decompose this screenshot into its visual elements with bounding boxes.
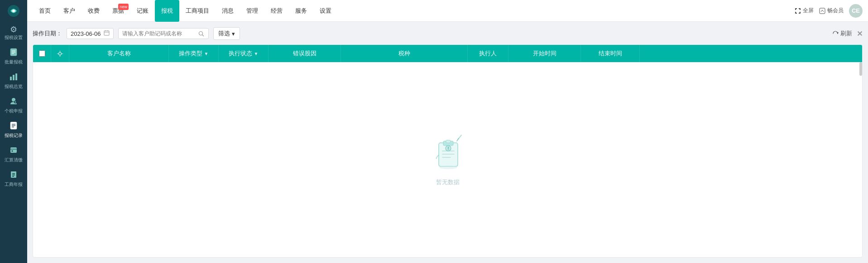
nav-services[interactable]: 服务 <box>289 0 313 22</box>
nav-customer[interactable]: 客户 <box>57 0 82 22</box>
nav-tax[interactable]: 报税 <box>155 0 179 22</box>
empty-text: 暂无数据 <box>436 178 460 186</box>
sidebar-item-batch-tax-label: 批量报税 <box>5 59 23 65</box>
settings-column-icon <box>57 50 63 57</box>
th-operation-type: 操作类型 ▼ <box>169 45 219 62</box>
tax-records-icon <box>9 121 18 132</box>
svg-rect-40 <box>446 140 451 143</box>
empty-state: 暂无数据 <box>430 133 466 186</box>
table-header: 客户名称 操作类型 ▼ 执行状态 ▼ 错误股因 税种 执行人 <box>33 45 862 62</box>
user-avatar[interactable]: CE <box>849 4 863 18</box>
sidebar-item-personal-tax[interactable]: 个税申报 <box>0 93 27 117</box>
settlement-icon <box>9 146 18 156</box>
scrollbar[interactable] <box>859 62 862 76</box>
svg-rect-23 <box>12 176 14 177</box>
member-icon <box>819 8 825 14</box>
topnav-right-section: 全屏 畅会员 CE <box>795 4 863 18</box>
svg-point-46 <box>448 149 449 150</box>
sidebar-logo <box>0 0 27 22</box>
close-button[interactable]: ✕ <box>857 29 863 38</box>
date-value: 2023-06-06 <box>71 30 101 37</box>
empty-state-illustration <box>430 133 466 174</box>
nav-business[interactable]: 工商项目 <box>179 0 216 22</box>
filter-label: 筛选 <box>218 29 230 38</box>
svg-point-31 <box>59 52 62 55</box>
svg-rect-7 <box>13 75 14 80</box>
svg-point-29 <box>199 31 202 35</box>
refresh-button[interactable]: 刷新 <box>832 29 852 38</box>
batch-tax-icon <box>9 48 18 58</box>
svg-point-19 <box>12 151 13 152</box>
sidebar-item-tax-records[interactable]: 报税记录 <box>0 117 27 142</box>
nav-settings[interactable]: 设置 <box>313 0 338 22</box>
th-customer-name: 客户名称 <box>69 45 169 62</box>
sidebar-item-tax-settings-label: 报税设置 <box>5 35 23 40</box>
sidebar-item-personal-tax-label: 个税申报 <box>5 108 23 114</box>
svg-rect-8 <box>15 73 17 80</box>
th-exec-status: 执行状态 ▼ <box>219 45 269 62</box>
search-container <box>118 28 209 39</box>
sort-icon-2: ▼ <box>254 51 259 56</box>
fullscreen-button[interactable]: 全屏 <box>795 7 814 15</box>
toolbar-right: 刷新 ✕ <box>832 29 863 38</box>
date-label: 操作日期： <box>33 29 62 38</box>
svg-rect-22 <box>12 175 15 175</box>
calendar-icon <box>104 30 110 37</box>
th-tax-type: 税种 <box>341 45 468 62</box>
svg-point-1 <box>12 10 15 12</box>
th-executor: 执行人 <box>468 45 508 62</box>
nav-home[interactable]: 首页 <box>33 0 57 22</box>
annual-report-icon <box>9 170 18 180</box>
svg-rect-21 <box>12 173 15 174</box>
sidebar-item-tax-records-label: 报税记录 <box>5 133 23 138</box>
svg-point-47 <box>439 166 457 169</box>
sidebar-item-tax-overview-label: 报税总览 <box>5 84 23 89</box>
svg-rect-17 <box>10 147 17 153</box>
sidebar-item-tax-settings[interactable]: ⚙ 报税设置 <box>0 22 27 44</box>
refresh-label: 刷新 <box>840 29 852 38</box>
nav-operations[interactable]: 经营 <box>264 0 289 22</box>
search-icon <box>198 31 204 37</box>
fullscreen-icon <box>795 8 801 14</box>
th-start-time: 开始时间 <box>508 45 581 62</box>
search-input[interactable] <box>119 29 196 39</box>
svg-rect-24 <box>820 8 825 14</box>
sidebar-item-annual-report[interactable]: 工商年报 <box>0 166 27 191</box>
svg-rect-25 <box>104 31 109 35</box>
new-badge: new <box>118 4 129 10</box>
nav-messages[interactable]: 消息 <box>216 0 240 22</box>
svg-point-49 <box>436 158 437 159</box>
sidebar-item-settlement[interactable]: 汇算清缴 <box>0 142 27 166</box>
chevron-down-icon: ▾ <box>232 30 235 37</box>
th-checkbox[interactable] <box>33 45 51 62</box>
sidebar-item-tax-overview[interactable]: 报税总览 <box>0 68 27 93</box>
filter-button[interactable]: 筛选 ▾ <box>213 27 240 40</box>
table-body: 暂无数据 <box>33 62 862 257</box>
tax-overview-icon <box>9 72 18 83</box>
svg-line-30 <box>202 34 204 36</box>
th-error-reason: 错误股因 <box>269 45 341 62</box>
th-settings <box>51 45 69 62</box>
top-navigation: 首页 客户 收费 票据 new 记账 报税 工商项目 消息 管理 经营 <box>27 0 868 22</box>
main-area: 首页 客户 收费 票据 new 记账 报税 工商项目 消息 管理 经营 <box>27 0 868 263</box>
refresh-icon <box>832 30 839 37</box>
sidebar-item-annual-report-label: 工商年报 <box>5 182 23 187</box>
member-button[interactable]: 畅会员 <box>819 7 844 15</box>
th-end-time: 结束时间 <box>581 45 640 62</box>
svg-line-37 <box>457 138 459 141</box>
search-button[interactable] <box>196 29 207 39</box>
sidebar: ⚙ 报税设置 批量报税 报税总览 <box>0 0 27 263</box>
select-all-checkbox[interactable] <box>39 50 45 57</box>
sidebar-item-settlement-label: 汇算清缴 <box>5 157 23 163</box>
nav-billing[interactable]: 收费 <box>82 0 106 22</box>
sort-icon: ▼ <box>204 51 209 56</box>
nav-invoice[interactable]: 票据 new <box>106 0 130 22</box>
sidebar-item-batch-tax[interactable]: 批量报税 <box>0 44 27 68</box>
nav-accounts[interactable]: 记账 <box>130 0 155 22</box>
content-area: 操作日期： 2023-06-06 <box>27 22 868 263</box>
nav-management[interactable]: 管理 <box>240 0 264 22</box>
date-picker[interactable]: 2023-06-06 <box>67 28 114 39</box>
toolbar: 操作日期： 2023-06-06 <box>33 27 863 40</box>
data-table: 客户名称 操作类型 ▼ 执行状态 ▼ 错误股因 税种 执行人 <box>33 44 863 258</box>
tax-settings-icon: ⚙ <box>10 25 17 34</box>
